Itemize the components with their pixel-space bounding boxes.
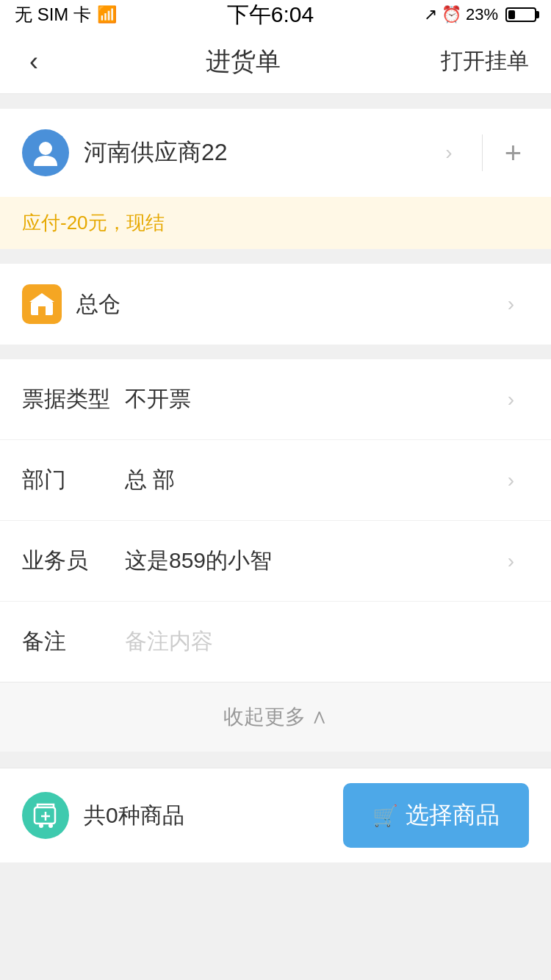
bottom-bar: 共0种商品 🛒 选择商品	[0, 768, 551, 862]
select-product-button[interactable]: 🛒 选择商品	[343, 783, 529, 848]
dept-row[interactable]: 部门 总 部 ›	[0, 440, 551, 521]
svg-point-6	[48, 824, 53, 828]
status-carrier: 无 SIM 卡 📶	[15, 3, 117, 26]
wifi-icon: 📶	[97, 5, 117, 24]
svg-marker-2	[29, 293, 54, 302]
add-supplier-button[interactable]: +	[497, 137, 529, 170]
dept-value: 总 部	[125, 465, 508, 495]
svg-point-0	[39, 142, 52, 155]
gap-1	[0, 94, 551, 109]
status-bar: 无 SIM 卡 📶 下午6:04 ↗ ⏰ 23%	[0, 0, 551, 29]
user-icon	[31, 138, 60, 167]
ticket-type-label: 票据类型	[22, 384, 125, 414]
divider	[482, 134, 483, 171]
back-button[interactable]: ‹	[22, 39, 46, 84]
supplier-name: 河南供应商22	[84, 137, 445, 169]
dept-label: 部门	[22, 465, 125, 495]
cart-icon	[32, 801, 60, 829]
nav-bar: ‹ 进货单 打开挂单	[0, 29, 551, 94]
page-title: 进货单	[206, 45, 281, 79]
note-row[interactable]: 备注 备注内容	[0, 602, 551, 682]
gap-2	[0, 249, 551, 264]
chevron-right-icon: ›	[445, 141, 452, 165]
status-time: 下午6:04	[227, 0, 314, 30]
open-pending-button[interactable]: 打开挂单	[441, 46, 529, 76]
collapse-button[interactable]: 收起更多 ∧	[0, 682, 551, 752]
chevron-right-icon: ›	[508, 550, 514, 573]
warehouse-row[interactable]: 总仓 ›	[0, 264, 551, 345]
warehouse-icon-wrap	[22, 284, 62, 324]
battery-percent: 23%	[466, 5, 498, 24]
product-count: 共0种商品	[84, 801, 343, 831]
product-icon-wrap	[22, 792, 69, 839]
notice-bar: 应付-20元，现结	[0, 197, 551, 249]
ticket-type-value: 不开票	[125, 384, 508, 414]
status-right: ↗ ⏰ 23%	[424, 5, 536, 24]
svg-point-5	[39, 824, 43, 828]
avatar	[22, 129, 69, 176]
note-label: 备注	[22, 627, 125, 657]
location-icon: ↗	[424, 5, 437, 24]
chevron-right-icon: ›	[508, 292, 514, 316]
gap-3	[0, 345, 551, 359]
gap-4	[0, 752, 551, 766]
chevron-right-icon: ›	[508, 388, 514, 411]
warehouse-section: 总仓 ›	[0, 264, 551, 345]
page-bottom	[0, 862, 551, 980]
staff-value: 这是859的小智	[125, 546, 508, 576]
form-section: 票据类型 不开票 › 部门 总 部 › 业务员 这是859的小智 › 备注 备注…	[0, 359, 551, 682]
select-icon: 🛒	[372, 804, 398, 828]
supplier-row[interactable]: 河南供应商22 › +	[0, 109, 551, 197]
warehouse-name: 总仓	[76, 289, 508, 320]
select-product-label: 选择商品	[406, 799, 500, 832]
svg-rect-3	[38, 306, 46, 315]
ticket-type-row[interactable]: 票据类型 不开票 ›	[0, 359, 551, 440]
note-input[interactable]: 备注内容	[125, 627, 529, 657]
alarm-icon: ⏰	[442, 5, 461, 24]
warehouse-icon	[29, 292, 54, 317]
chevron-right-icon: ›	[508, 469, 514, 492]
supplier-section: 河南供应商22 › + 应付-20元，现结	[0, 109, 551, 249]
staff-label: 业务员	[22, 546, 125, 576]
staff-row[interactable]: 业务员 这是859的小智 ›	[0, 521, 551, 602]
battery-icon	[505, 7, 536, 22]
